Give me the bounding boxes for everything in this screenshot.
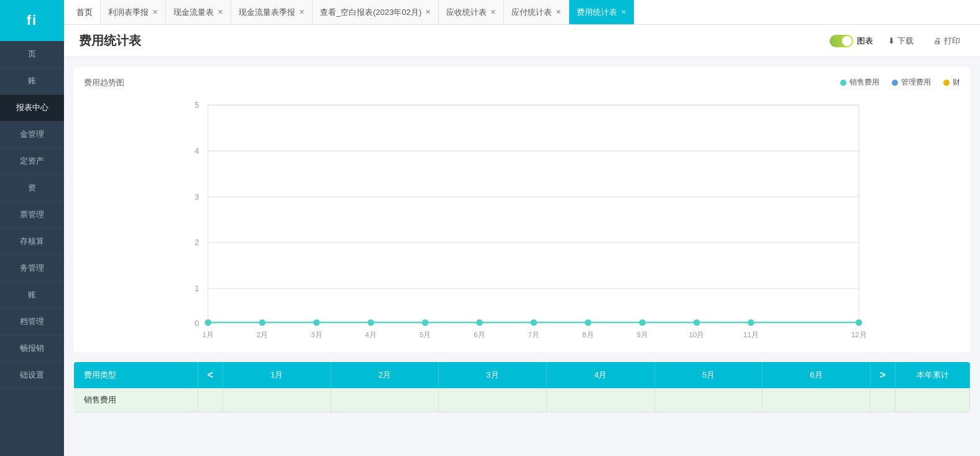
- svg-text:12月: 12月: [851, 331, 867, 338]
- close-blank-report-icon[interactable]: ✕: [425, 8, 431, 16]
- download-button[interactable]: ⬇ 下载: [883, 33, 918, 49]
- row-arrow-spacer: [198, 388, 223, 412]
- tab-payable[interactable]: 应付统计表 ✕: [504, 0, 569, 25]
- svg-text:4月: 4月: [365, 331, 377, 338]
- legend-admin-dot: [892, 80, 898, 86]
- svg-point-16: [368, 319, 375, 326]
- svg-text:1月: 1月: [203, 331, 214, 338]
- sidebar: fi 页 账 报表中心 金管理 定资产 资 票管理 存核算 务管理 账 档管理 …: [0, 0, 64, 456]
- close-cashflow-quarter-icon[interactable]: ✕: [299, 8, 305, 16]
- sidebar-item-fund[interactable]: 金管理: [0, 121, 64, 148]
- col-m1: 1月: [223, 362, 331, 388]
- col-m4: 4月: [547, 362, 655, 388]
- sidebar-item-inventory[interactable]: 存核算: [0, 228, 64, 255]
- tab-cashflow-quarter[interactable]: 现金流量表季报 ✕: [231, 0, 313, 25]
- content-area: 费用趋势图 销售费用 管理费用 财 5: [64, 57, 980, 456]
- row-m4: [547, 388, 655, 412]
- legend-finance-dot: [943, 80, 950, 86]
- sidebar-item-service[interactable]: 务管理: [0, 255, 64, 282]
- row-type: 销售费用: [74, 388, 198, 412]
- col-m6: 6月: [762, 362, 871, 388]
- chart-title: 费用趋势图: [84, 77, 960, 88]
- sidebar-item-ledger[interactable]: 账: [0, 282, 64, 309]
- sidebar-logo: fi: [0, 0, 64, 41]
- row-m6: [762, 388, 871, 412]
- svg-text:11月: 11月: [743, 331, 759, 338]
- legend-admin-label: 管理费用: [901, 77, 931, 88]
- close-expense-icon[interactable]: ✕: [621, 8, 626, 16]
- close-cashflow-icon[interactable]: ✕: [218, 8, 223, 16]
- legend-sales-label: 销售费用: [849, 77, 879, 88]
- tab-bar: 首页 利润表季报 ✕ 现金流量表 ✕ 现金流量表季报 ✕ 查看_空白报表(202…: [64, 0, 980, 25]
- svg-point-19: [531, 319, 538, 326]
- sidebar-item-account[interactable]: 账: [0, 68, 64, 95]
- row-m3: [439, 388, 547, 412]
- svg-rect-12: [208, 105, 859, 322]
- main-area: 首页 利润表季报 ✕ 现金流量表 ✕ 现金流量表季报 ✕ 查看_空白报表(202…: [64, 0, 980, 456]
- table-header: 费用类型 < 1月 2月 3月 4月 5月 6月 > 本年累计: [74, 362, 970, 388]
- close-payable-icon[interactable]: ✕: [556, 8, 561, 16]
- svg-text:5月: 5月: [419, 331, 431, 338]
- tab-blank-report[interactable]: 查看_空白报表(2023年02月) ✕: [313, 0, 439, 25]
- svg-text:5: 5: [195, 101, 199, 109]
- svg-text:0: 0: [195, 319, 199, 328]
- sidebar-item-invoice[interactable]: 票管理: [0, 202, 64, 228]
- tab-receivable[interactable]: 应收统计表 ✕: [439, 0, 504, 25]
- svg-point-17: [422, 319, 429, 326]
- tab-expense[interactable]: 费用统计表 ✕: [569, 0, 634, 25]
- prev-month-button[interactable]: <: [205, 370, 216, 381]
- svg-text:3: 3: [195, 193, 199, 202]
- sidebar-item-reports[interactable]: 报表中心: [0, 95, 64, 121]
- col-m2: 2月: [331, 362, 439, 388]
- expense-table: 费用类型 < 1月 2月 3月 4月 5月 6月 > 本年累计 销售费用: [74, 362, 970, 412]
- svg-point-20: [585, 319, 592, 326]
- print-button[interactable]: 🖨 打印: [928, 33, 965, 49]
- chart-card: 费用趋势图 销售费用 管理费用 财 5: [74, 67, 970, 352]
- sidebar-item-archive[interactable]: 档管理: [0, 309, 64, 335]
- sidebar-item-settings[interactable]: 础设置: [0, 362, 64, 389]
- row-m2: [331, 388, 439, 412]
- sidebar-item-sales[interactable]: 畅报销: [0, 335, 64, 362]
- next-month-button[interactable]: >: [877, 370, 888, 381]
- col-ytd: 本年累计: [895, 362, 970, 388]
- chart-svg-container: 5 4 3 2 1 0: [84, 93, 960, 342]
- chart-toggle[interactable]: [830, 35, 853, 47]
- col-m5: 5月: [655, 362, 763, 388]
- col-next-arrow[interactable]: >: [871, 362, 895, 388]
- row-m1: [223, 388, 331, 412]
- tab-home[interactable]: 首页: [69, 0, 101, 25]
- legend-finance-label: 财: [953, 77, 960, 88]
- svg-point-24: [856, 319, 863, 326]
- svg-text:2: 2: [195, 238, 199, 247]
- sidebar-item-home[interactable]: 页: [0, 41, 64, 68]
- col-prev-arrow[interactable]: <: [198, 362, 223, 388]
- svg-text:8月: 8月: [582, 331, 593, 338]
- tab-cashflow[interactable]: 现金流量表 ✕: [166, 0, 231, 25]
- close-receivable-icon[interactable]: ✕: [490, 8, 496, 16]
- col-m3: 3月: [439, 362, 547, 388]
- download-label: 下载: [897, 35, 914, 47]
- col-type: 费用类型: [74, 362, 198, 388]
- chart-toggle-label: 图表: [857, 35, 873, 47]
- chart-svg: 5 4 3 2 1 0: [84, 93, 960, 342]
- legend-admin: 管理费用: [892, 77, 931, 88]
- print-icon: 🖨: [933, 36, 941, 45]
- tab-profit[interactable]: 利润表季报 ✕: [101, 0, 166, 25]
- page-title: 费用统计表: [79, 32, 141, 49]
- chart-toggle-group: 图表: [830, 35, 873, 47]
- sidebar-item-assets[interactable]: 定资产: [0, 148, 64, 175]
- svg-point-23: [748, 319, 754, 326]
- svg-text:1: 1: [195, 284, 199, 293]
- svg-point-18: [476, 319, 483, 326]
- row-m5: [655, 388, 763, 412]
- svg-point-13: [204, 319, 211, 326]
- svg-point-15: [313, 319, 320, 326]
- legend-sales-dot: [840, 80, 846, 86]
- row-ytd: [895, 388, 970, 412]
- sidebar-item-capital[interactable]: 资: [0, 175, 64, 202]
- download-icon: ⬇: [888, 36, 895, 45]
- svg-text:4: 4: [195, 147, 199, 156]
- header-actions: 图表 ⬇ 下载 🖨 打印: [830, 33, 965, 49]
- page-header: 费用统计表 图表 ⬇ 下载 🖨 打印: [64, 25, 980, 57]
- close-profit-icon[interactable]: ✕: [152, 8, 158, 16]
